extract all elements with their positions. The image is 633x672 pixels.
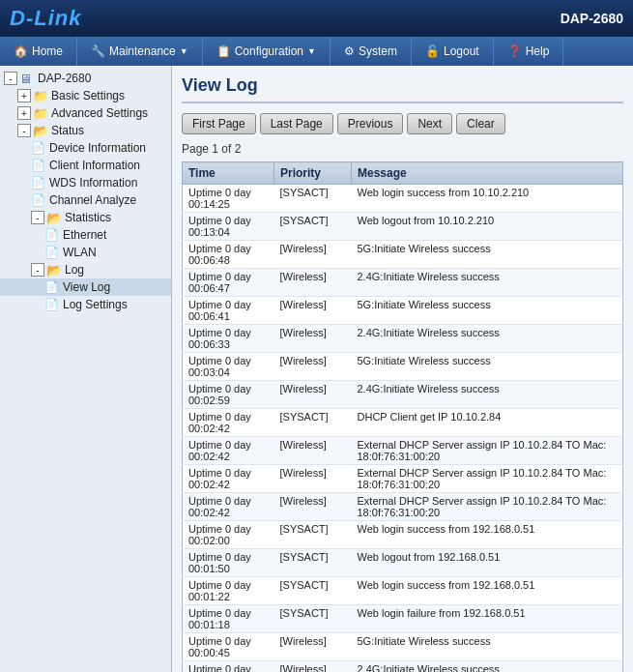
sidebar-item-wlan[interactable]: 📄 WLAN	[0, 244, 171, 261]
cell-priority: [SYSACT]	[274, 605, 352, 633]
tree-toggle[interactable]: +	[17, 89, 31, 102]
tree-toggle[interactable]: +	[17, 106, 31, 120]
chevron-down-icon: ▼	[307, 46, 316, 56]
cell-priority: [Wireless]	[274, 297, 352, 325]
cell-priority: [Wireless]	[274, 353, 352, 381]
navbar: 🏠 Home 🔧 Maintenance ▼ 📋 Configuration ▼…	[0, 37, 633, 66]
tree-toggle[interactable]: -	[17, 124, 31, 137]
chevron-down-icon: ▼	[180, 46, 188, 56]
sidebar: - 🖥 DAP-2680 + 📁 Basic Settings + 📁 Adva…	[0, 66, 172, 672]
table-row: Uptime 0 day 00:02:59[Wireless]2.4G:Init…	[183, 381, 623, 409]
sidebar-item-statistics[interactable]: - 📂 Statistics	[0, 209, 171, 226]
page-icon: 📄	[44, 298, 60, 311]
page-info: Page 1 of 2	[182, 142, 623, 156]
table-row: Uptime 0 day 00:02:42[Wireless]External …	[183, 493, 623, 521]
cell-message: Web login success from 192.168.0.51	[352, 521, 623, 549]
sidebar-item-wds-info[interactable]: 📄 WDS Information	[0, 174, 171, 191]
cell-time: Uptime 0 day 00:01:22	[183, 577, 274, 605]
folder-icon: 📂	[33, 124, 48, 137]
sidebar-item-ethernet[interactable]: 📄 Ethernet	[0, 226, 171, 244]
folder-icon: 📁	[33, 106, 48, 120]
page-icon: 📄	[31, 141, 46, 155]
nav-home[interactable]: 🏠 Home	[0, 37, 77, 66]
sidebar-item-advanced-settings[interactable]: + 📁 Advanced Settings	[0, 104, 171, 122]
sidebar-item-view-log[interactable]: 📄 View Log	[0, 278, 171, 296]
last-page-button[interactable]: Last Page	[260, 113, 333, 134]
cell-message: Web login success from 192.168.0.51	[352, 577, 623, 605]
table-row: Uptime 0 day 00:02:42[SYSACT]DHCP Client…	[183, 409, 623, 437]
cell-time: Uptime 0 day 00:01:50	[183, 549, 274, 577]
cell-message: External DHCP Server assign IP 10.10.2.8…	[352, 437, 623, 465]
home-icon: 🏠	[14, 44, 28, 58]
sidebar-item-log-settings[interactable]: 📄 Log Settings	[0, 296, 171, 313]
table-row: Uptime 0 day 00:02:42[Wireless]External …	[183, 465, 623, 493]
tree-toggle[interactable]: -	[31, 211, 44, 224]
cell-message: External DHCP Server assign IP 10.10.2.8…	[352, 493, 623, 521]
table-row: Uptime 0 day 00:02:42[Wireless]External …	[183, 437, 623, 465]
folder-icon: 📁	[33, 89, 48, 102]
page-icon: 📄	[31, 176, 46, 190]
sidebar-item-status[interactable]: - 📂 Status	[0, 122, 171, 139]
table-row: Uptime 0 day 00:13:04[SYSACT]Web logout …	[183, 213, 623, 241]
page-icon: 📄	[44, 228, 60, 242]
page-icon: 📄	[44, 246, 60, 259]
table-row: Uptime 0 day 00:03:04[Wireless]5G:Initia…	[183, 353, 623, 381]
sidebar-item-device-info[interactable]: 📄 Device Information	[0, 139, 171, 157]
cell-message: 5G:Initiate Wireless success	[352, 353, 623, 381]
log-table: Time Priority Message Uptime 0 day 00:14…	[182, 161, 623, 672]
first-page-button[interactable]: First Page	[182, 113, 256, 134]
cell-message: 2.4G:Initiate Wireless success	[352, 269, 623, 297]
sidebar-item-channel-analyze[interactable]: 📄 Channel Analyze	[0, 191, 171, 209]
computer-icon: 🖥	[19, 72, 35, 85]
sidebar-item-log[interactable]: - 📂 Log	[0, 261, 171, 278]
cell-priority: [Wireless]	[274, 325, 352, 353]
nav-configuration[interactable]: 📋 Configuration ▼	[203, 37, 331, 66]
nav-system[interactable]: ⚙ System	[331, 37, 412, 66]
cell-priority: [SYSACT]	[274, 549, 352, 577]
cell-priority: [SYSACT]	[274, 409, 352, 437]
cell-message: 2.4G:Initiate Wireless success	[352, 325, 623, 353]
cell-priority: [Wireless]	[274, 241, 352, 269]
cell-time: Uptime 0 day 00:02:42	[183, 493, 274, 521]
configuration-icon: 📋	[216, 44, 231, 58]
cell-time: Uptime 0 day 00:02:42	[183, 437, 274, 465]
cell-time: Uptime 0 day 00:13:04	[183, 213, 274, 241]
cell-priority: [SYSACT]	[274, 577, 352, 605]
button-bar: First Page Last Page Previous Next Clear	[182, 113, 623, 134]
table-row: Uptime 0 day 00:14:25[SYSACT]Web login s…	[183, 185, 623, 213]
table-row: Uptime 0 day 00:00:45[Wireless]5G:Initia…	[183, 633, 623, 661]
previous-button[interactable]: Previous	[337, 113, 404, 134]
cell-time: Uptime 0 day 00:14:25	[183, 185, 274, 213]
nav-help[interactable]: ❓ Help	[494, 37, 564, 66]
clear-button[interactable]: Clear	[456, 113, 505, 134]
sidebar-item-basic-settings[interactable]: + 📁 Basic Settings	[0, 87, 171, 104]
nav-logout[interactable]: 🔓 Logout	[412, 37, 494, 66]
cell-time: Uptime 0 day 00:01:18	[183, 605, 274, 633]
cell-priority: [SYSACT]	[274, 213, 352, 241]
next-button[interactable]: Next	[407, 113, 452, 134]
tree-toggle[interactable]: -	[4, 72, 17, 85]
sidebar-item-client-info[interactable]: 📄 Client Information	[0, 157, 171, 174]
cell-message: 2.4G:Initiate Wireless success	[352, 381, 623, 409]
page-title: View Log	[182, 75, 623, 103]
col-header-priority: Priority	[274, 162, 352, 185]
cell-time: Uptime 0 day 00:00:45	[183, 633, 274, 661]
sidebar-item-dap2680[interactable]: - 🖥 DAP-2680	[0, 70, 171, 87]
nav-maintenance[interactable]: 🔧 Maintenance ▼	[77, 37, 203, 66]
model-label: DAP-2680	[561, 11, 623, 26]
table-row: Uptime 0 day 00:02:00[SYSACT]Web login s…	[183, 521, 623, 549]
cell-time: Uptime 0 day 00:02:42	[183, 409, 274, 437]
table-row: Uptime 0 day 00:06:41[Wireless]5G:Initia…	[183, 297, 623, 325]
cell-priority: [Wireless]	[274, 381, 352, 409]
cell-message: 5G:Initiate Wireless success	[352, 633, 623, 661]
tree-toggle[interactable]: -	[31, 263, 44, 277]
table-row: Uptime 0 day 00:00:39[Wireless]2.4G:Init…	[183, 661, 623, 673]
cell-time: Uptime 0 day 00:06:47	[183, 269, 274, 297]
table-row: Uptime 0 day 00:01:22[SYSACT]Web login s…	[183, 577, 623, 605]
cell-message: DHCP Client get IP 10.10.2.84	[352, 409, 623, 437]
table-row: Uptime 0 day 00:06:33[Wireless]2.4G:Init…	[183, 325, 623, 353]
cell-time: Uptime 0 day 00:06:41	[183, 297, 274, 325]
main-content: View Log First Page Last Page Previous N…	[172, 66, 633, 672]
cell-time: Uptime 0 day 00:00:39	[183, 661, 274, 673]
cell-priority: [Wireless]	[274, 465, 352, 493]
